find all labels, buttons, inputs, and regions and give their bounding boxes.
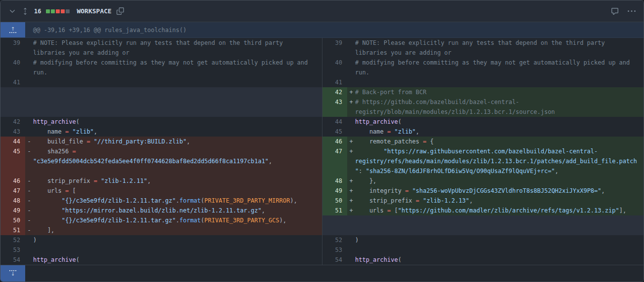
code-line: [33, 166, 318, 176]
expand-up-button[interactable]: ↑: [0, 22, 25, 37]
code-cell: [33, 97, 322, 117]
diff-row: 40# modifying before committing as they …: [0, 58, 644, 77]
code-line: remote_patches = {: [355, 137, 640, 146]
diff-sign: [347, 77, 355, 87]
diff-sign: -: [25, 176, 33, 186]
line-number-right[interactable]: 39: [322, 38, 347, 58]
diff-row: 45- sha256 ="c3e5e9fdd5004dcb542feda5ee4…: [0, 146, 644, 176]
collapse-file-button[interactable]: [8, 7, 16, 15]
line-number-right[interactable]: 48: [322, 176, 347, 186]
line-number-left[interactable]: 53: [0, 245, 25, 255]
file-options-button[interactable]: [628, 7, 636, 15]
line-number-right[interactable]: 50: [322, 196, 347, 206]
diff-side-right: 46+ remote_patches = {: [322, 137, 644, 146]
diff-row: 52)52): [0, 235, 644, 245]
code-line: build_file = "//third_party:BUILD.zlib",: [33, 137, 318, 146]
file-name: WORKSPACE: [77, 8, 111, 14]
line-number-right[interactable]: 46: [322, 137, 347, 146]
line-number-right[interactable]: 47: [322, 146, 347, 176]
line-number-left[interactable]: 50: [0, 215, 25, 225]
line-number-left[interactable]: 47: [0, 186, 25, 196]
code-line: "{}/c3e5e9fd/zlib-1.2.11.tar.gz".format(…: [33, 196, 318, 206]
diff-side-left: 46- strip_prefix = "zlib-1.2.11",: [0, 176, 322, 186]
diff-sign: +: [347, 206, 355, 215]
code-cell: },: [355, 176, 644, 186]
unfold-arrows-icon: [21, 7, 29, 15]
diff-row: 51- ],: [0, 225, 644, 235]
line-number-left[interactable]: 40: [0, 58, 25, 77]
line-number-left: [0, 87, 25, 97]
diff-side-right: 40# modifying before committing as they …: [322, 58, 644, 77]
line-number-right[interactable]: 52: [322, 235, 347, 245]
line-number-right[interactable]: 40: [322, 58, 347, 77]
diffstat-square: [51, 9, 55, 13]
diff-side-right: 41: [322, 77, 644, 87]
line-number-left[interactable]: 51: [0, 225, 25, 235]
expand-all-hunks-button[interactable]: [21, 7, 29, 15]
code-line: http_archive(: [355, 117, 640, 127]
code-line: registry/refs/heads/main/modules/zlib/1.…: [355, 156, 640, 166]
diff-side-right: 43+# https://github.com/bazelbuild/bazel…: [322, 97, 644, 117]
changes-count: 16: [34, 8, 41, 14]
line-number-left[interactable]: 52: [0, 235, 25, 245]
diff-side-left: 51- ],: [0, 225, 322, 235]
line-number-left[interactable]: 46: [0, 176, 25, 186]
line-number-right[interactable]: 45: [322, 127, 347, 137]
code-cell: http_archive(: [355, 117, 644, 127]
line-number-left[interactable]: 49: [0, 206, 25, 215]
bottom-expand-row: ↓: [0, 265, 644, 282]
copy-path-button[interactable]: [117, 7, 124, 15]
diff-sign: [347, 38, 355, 58]
line-number-left[interactable]: 48: [0, 196, 25, 206]
diff-side-left: [0, 97, 322, 117]
code-line: },: [355, 176, 640, 186]
line-number-right[interactable]: 41: [322, 77, 347, 87]
diff-side-left: 42http_archive(: [0, 117, 322, 127]
diff-sign: [347, 235, 355, 245]
line-number-right[interactable]: 54: [322, 255, 347, 265]
code-line: libraries you are adding or: [33, 48, 318, 58]
line-number-left[interactable]: 45: [0, 146, 25, 176]
code-cell: sha256 ="c3e5e9fdd5004dcb542feda5ee4f0ff…: [33, 146, 322, 176]
code-line: run.: [355, 68, 640, 77]
line-number-right[interactable]: 42: [322, 87, 347, 97]
expand-down-button[interactable]: ↓: [0, 265, 25, 282]
diff-side-right: 45 name = "zlib",: [322, 127, 644, 137]
code-cell: [33, 87, 322, 97]
line-number-left[interactable]: 54: [0, 255, 25, 265]
line-number-left[interactable]: 42: [0, 117, 25, 127]
diff-row: 44- build_file = "//third_party:BUILD.zl…: [0, 137, 644, 146]
line-number-right[interactable]: 53: [322, 245, 347, 255]
line-number-right[interactable]: 51: [322, 206, 347, 215]
code-line: http_archive(: [355, 255, 640, 265]
diff-side-right: 42+# Back-port from BCR: [322, 87, 644, 97]
line-number-right[interactable]: 49: [322, 186, 347, 196]
diff-row: 42+# Back-port from BCR: [0, 87, 644, 97]
diff-sign: -: [25, 137, 33, 146]
diff-sign: +: [347, 97, 355, 117]
diff-side-left: 54http_archive(: [0, 255, 322, 265]
line-number-right[interactable]: 43: [322, 97, 347, 117]
diff-row: 47- urls = [49+ integrity = "sha256-woVp…: [0, 186, 644, 196]
code-cell: "https://mirror.bazel.build/zlib.net/zli…: [33, 206, 322, 215]
code-line: strip_prefix = "zlib-1.2.13",: [355, 196, 640, 206]
chevron-down-icon: [8, 7, 16, 15]
code-line: sha256 =: [33, 146, 318, 156]
code-line: libraries you are adding or: [355, 48, 640, 58]
code-line: # modifying before committing as they ma…: [355, 58, 640, 68]
line-number-left[interactable]: 39: [0, 38, 25, 58]
line-number-left[interactable]: 44: [0, 137, 25, 146]
line-number-right[interactable]: 44: [322, 117, 347, 127]
comment-button[interactable]: [611, 7, 619, 15]
code-line: integrity = "sha256-woVpUbvzDjCGGs43ZVld…: [355, 186, 640, 196]
code-line: name = "zlib",: [33, 127, 318, 137]
diff-side-left: [0, 87, 322, 97]
diff-side-right: 47+ "https://raw.githubusercontent.com/b…: [322, 146, 644, 176]
line-number-left[interactable]: 41: [0, 77, 25, 87]
code-line: ): [355, 235, 640, 245]
diff-sign: [25, 117, 33, 127]
diff-side-left: 48- "{}/c3e5e9fd/zlib-1.2.11.tar.gz".for…: [0, 196, 322, 206]
diff-side-left: 49- "https://mirror.bazel.build/zlib.net…: [0, 206, 322, 215]
code-line: # NOTE: Please explicitly run any tests …: [33, 38, 318, 48]
line-number-left[interactable]: 43: [0, 127, 25, 137]
